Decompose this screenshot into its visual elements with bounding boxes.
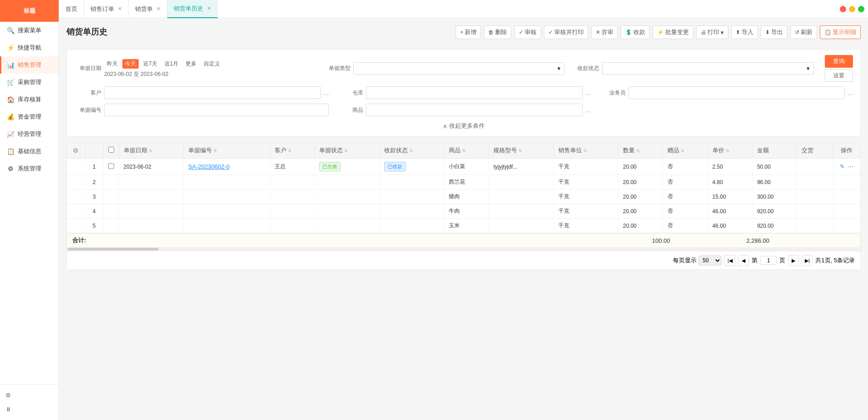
- edit-action-icon[interactable]: ✎: [840, 163, 845, 170]
- th-spec[interactable]: 规格型号 ⇅: [489, 143, 553, 159]
- th-doc-no[interactable]: 单据编号 ⇅: [183, 143, 270, 159]
- add-button[interactable]: + 新增: [456, 25, 481, 39]
- customer-dots[interactable]: ...: [324, 89, 329, 96]
- sidebar-item-label: 采购管理: [18, 78, 41, 86]
- page-size-select[interactable]: 50 100 200: [698, 255, 722, 265]
- abandon-button[interactable]: ✕ 弃审: [591, 25, 618, 39]
- warehouse-input[interactable]: [366, 86, 583, 99]
- date-btn-today[interactable]: 今天: [122, 59, 139, 69]
- batch-change-button[interactable]: ⚡ 批量变更: [652, 25, 693, 39]
- sidebar-item-basic-info[interactable]: 📋 基础信息: [0, 143, 59, 160]
- date-range-display: 2023-06-02 至 2023-06-02: [104, 70, 223, 78]
- goods-dots[interactable]: ...: [586, 106, 591, 114]
- tab-close-sales-delivery[interactable]: ✕: [156, 6, 161, 12]
- th-unit-price[interactable]: 单价 ⇅: [707, 143, 752, 159]
- more-action-icon[interactable]: ⋯: [848, 163, 853, 170]
- filter-row-3: 单据编号 商品 ...: [74, 104, 853, 116]
- th-doc-status[interactable]: 单据状态 ⇅: [315, 143, 379, 159]
- sales-rep-dots[interactable]: ...: [848, 89, 853, 96]
- sidebar-bottom-pause[interactable]: ⏸: [0, 402, 59, 416]
- sales-rep-input[interactable]: [628, 86, 845, 99]
- sort-icon9: ⇅: [636, 148, 640, 153]
- row-checkbox[interactable]: [108, 163, 114, 169]
- sidebar-bottom-settings[interactable]: ⚙: [0, 388, 59, 402]
- sidebar-item-finance[interactable]: 💰 资金管理: [0, 108, 59, 125]
- tab-home[interactable]: 首页: [59, 0, 84, 18]
- page-last-btn[interactable]: ▶|: [802, 255, 813, 266]
- collect-button[interactable]: 💲 收款: [621, 25, 650, 39]
- audit-print-button[interactable]: ✓ 审核并打印: [544, 25, 588, 39]
- date-btn-yesterday[interactable]: 昨天: [104, 59, 120, 69]
- goods-input[interactable]: [366, 104, 583, 116]
- doc-type-select[interactable]: ▾: [353, 62, 565, 75]
- goods-cell: 猪肉: [444, 190, 488, 204]
- sidebar-item-sys-mgmt[interactable]: ⚙ 系统管理: [0, 160, 59, 177]
- tab-sales-delivery[interactable]: 销货单 ✕: [129, 0, 167, 18]
- page-prev-btn[interactable]: ◀: [738, 255, 749, 266]
- print-icon: 🖨: [701, 29, 706, 35]
- collapse-button[interactable]: ∧ 收起更多条件: [439, 121, 488, 131]
- import-button[interactable]: ⬆ 导入: [731, 25, 758, 39]
- window-max-btn[interactable]: □: [849, 6, 855, 12]
- query-button[interactable]: 查询: [825, 55, 853, 68]
- date-btn-1month[interactable]: 近1月: [162, 59, 181, 69]
- doc-no-input[interactable]: [104, 104, 329, 116]
- horizontal-scrollbar[interactable]: [67, 247, 860, 251]
- th-doc-date[interactable]: 单据日期 ⇅: [119, 143, 183, 159]
- filter-settings-button[interactable]: 设置: [825, 70, 853, 82]
- tab-sales-order[interactable]: 销售订单 ✕: [84, 0, 129, 18]
- refresh-button[interactable]: ↺ 刷新: [790, 25, 817, 39]
- doc-no-link[interactable]: SA-20230602-0: [188, 163, 230, 170]
- payment-status-select[interactable]: ▾: [602, 62, 814, 75]
- export-button[interactable]: ⬇ 导出: [761, 25, 788, 39]
- th-qty[interactable]: 数量 ⇅: [618, 143, 662, 159]
- sidebar-item-quick-nav[interactable]: ⚡ 快捷导航: [0, 39, 59, 56]
- tab-close-sales-order[interactable]: ✕: [118, 6, 122, 12]
- column-settings-button[interactable]: ⚙: [73, 147, 79, 154]
- th-customer[interactable]: 客户 ⇅: [270, 143, 314, 159]
- row-num: 1: [85, 159, 103, 175]
- filter-row-1: 单据日期 昨天 今天 近7天 近1月 更多 自定义 2023-06-02 至 2…: [74, 55, 853, 82]
- show-detail-button[interactable]: 📋 显示明细: [820, 25, 861, 39]
- sidebar-item-operations[interactable]: 📈 经营管理: [0, 125, 59, 143]
- tab-sales-history[interactable]: 销货单历史 ✕: [167, 0, 218, 18]
- qty-cell: 20.00: [618, 204, 662, 219]
- warehouse-dots[interactable]: ...: [586, 89, 591, 96]
- th-unit[interactable]: 销售单位 ⇅: [553, 143, 618, 159]
- sidebar-item-purchase-mgmt[interactable]: 🛒 采购管理: [0, 74, 59, 91]
- th-gift[interactable]: 赠品 ⇅: [663, 143, 707, 159]
- amount-cell: 96.00: [752, 175, 797, 190]
- tab-close-sales-history[interactable]: ✕: [207, 5, 211, 11]
- chevron-down-icon: ▾: [557, 65, 561, 72]
- title-toolbar-row: 销货单历史 + 新增 🗑 删除 ✓ 审核 ✓ 审核并打印: [66, 25, 861, 45]
- sidebar-item-sales-mgmt[interactable]: 📊 销售管理: [0, 56, 59, 74]
- row-checkbox-cell: [103, 159, 119, 175]
- payment-status-cell: [379, 190, 444, 204]
- th-goods[interactable]: 商品 ⇅: [444, 143, 488, 159]
- th-amount: 金额: [752, 143, 797, 159]
- th-settings[interactable]: ⚙: [67, 143, 85, 159]
- doc-status-cell: 已生效: [315, 159, 379, 175]
- th-payment-status[interactable]: 收款状态 ⇅: [379, 143, 444, 159]
- page-next-btn[interactable]: ▶: [788, 255, 799, 266]
- pause-icon: ⏸: [5, 406, 11, 413]
- window-close-btn[interactable]: ✕: [840, 6, 846, 12]
- customer-input[interactable]: [104, 86, 321, 99]
- date-btn-more[interactable]: 更多: [183, 59, 199, 69]
- window-min-btn[interactable]: —: [858, 6, 864, 12]
- page-number-input[interactable]: [760, 256, 777, 265]
- date-btn-7days[interactable]: 近7天: [140, 59, 160, 69]
- sidebar-item-inventory[interactable]: 🏠 库存核算: [0, 91, 59, 108]
- select-all-checkbox[interactable]: [108, 147, 114, 153]
- sidebar-item-label: 库存核算: [18, 95, 41, 104]
- date-btn-custom[interactable]: 自定义: [201, 59, 223, 69]
- page-first-btn[interactable]: |◀: [724, 255, 735, 266]
- scrollbar-thumb[interactable]: [68, 248, 159, 250]
- data-table: ⚙ 单据日期 ⇅: [67, 143, 860, 233]
- audit-button[interactable]: ✓ 审核: [514, 25, 541, 39]
- sidebar-item-search-menu[interactable]: 🔍 搜索菜单: [0, 22, 59, 39]
- print-button[interactable]: 🖨 打印 ▾: [696, 25, 728, 39]
- delete-button[interactable]: 🗑 删除: [484, 25, 512, 39]
- check-icon: ✓: [519, 29, 523, 35]
- payment-status-cell: 已收款: [379, 159, 444, 175]
